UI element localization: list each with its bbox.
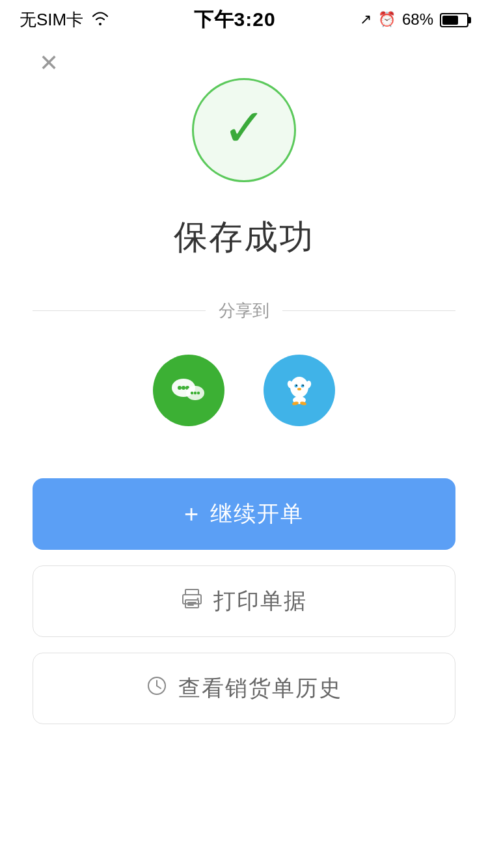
- svg-point-7: [197, 392, 200, 394]
- share-icons-row: [153, 355, 335, 426]
- share-qq-button[interactable]: [264, 355, 335, 426]
- history-label: 查看销货单历史: [178, 673, 342, 703]
- status-indicators: ↗ ⏰ 68%: [360, 10, 468, 29]
- svg-point-2: [182, 386, 185, 390]
- divider-left: [33, 310, 206, 311]
- close-icon: ✕: [39, 51, 59, 75]
- status-time: 下午3:20: [194, 7, 276, 33]
- svg-rect-19: [185, 590, 198, 595]
- success-icon-circle: ✓: [192, 78, 296, 182]
- wechat-icon: [167, 368, 211, 413]
- share-wechat-button[interactable]: [153, 355, 224, 426]
- printer-icon: [181, 588, 203, 615]
- svg-point-11: [301, 385, 305, 388]
- success-title: 保存成功: [174, 215, 314, 260]
- qq-icon: [279, 370, 319, 411]
- svg-rect-22: [187, 602, 197, 603]
- divider-right: [282, 310, 455, 311]
- battery-icon: [440, 10, 468, 29]
- continue-button[interactable]: + 继续开单: [33, 478, 455, 550]
- share-section-divider: 分享到: [33, 299, 455, 322]
- print-button[interactable]: 打印单据: [33, 565, 455, 637]
- svg-point-10: [295, 385, 298, 388]
- carrier-text: 无SIM卡: [20, 8, 83, 31]
- location-icon: ↗: [360, 11, 372, 28]
- checkmark-icon: ✓: [223, 102, 266, 154]
- alarm-icon: ⏰: [378, 11, 396, 28]
- plus-icon: +: [184, 502, 200, 526]
- svg-line-27: [157, 686, 161, 688]
- close-button[interactable]: ✕: [33, 47, 65, 79]
- svg-point-14: [297, 388, 301, 390]
- wifi-icon: [91, 10, 109, 30]
- svg-point-24: [197, 598, 199, 600]
- battery-percent: 68%: [402, 10, 433, 29]
- print-label: 打印单据: [213, 586, 307, 616]
- svg-point-13: [303, 385, 304, 386]
- svg-point-12: [296, 385, 297, 386]
- svg-rect-23: [187, 604, 194, 606]
- main-content: ✓ 保存成功 分享到: [0, 39, 488, 724]
- action-buttons-container: + 继续开单 打印单据: [33, 478, 455, 724]
- svg-point-1: [178, 386, 182, 390]
- share-label: 分享到: [219, 299, 269, 322]
- svg-point-6: [194, 392, 197, 394]
- history-button[interactable]: 查看销货单历史: [33, 653, 455, 724]
- status-bar: 无SIM卡 下午3:20 ↗ ⏰ 68%: [0, 0, 488, 39]
- clock-icon: [146, 675, 168, 702]
- status-carrier: 无SIM卡: [20, 8, 109, 31]
- svg-point-8: [290, 377, 308, 398]
- continue-label: 继续开单: [210, 499, 304, 529]
- svg-point-5: [191, 392, 193, 394]
